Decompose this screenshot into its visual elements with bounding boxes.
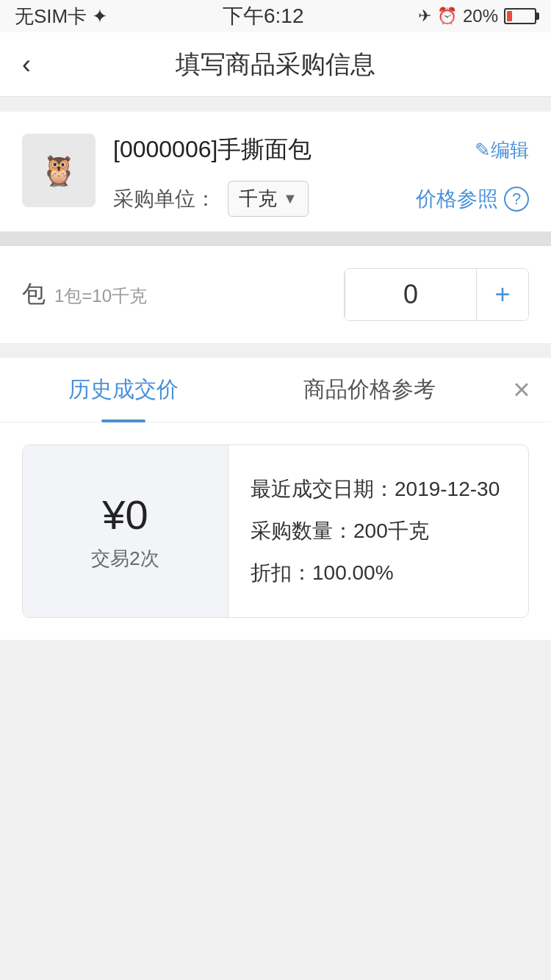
product-row: 🦉 [0000006]手撕面包 ✎编辑 采购单位： 千克 ▼ 价格参照 ? [22, 134, 529, 217]
quantity-display: 0 [345, 269, 477, 320]
dropdown-arrow-icon: ▼ [283, 190, 298, 207]
unit-info: 包 1包=10千克 [22, 278, 147, 311]
discount-row: 折扣：100.00% [251, 558, 506, 587]
status-left: 无SIM卡 ✦ [15, 4, 108, 29]
price-ref-help-icon: ? [504, 187, 529, 212]
carrier-text: 无SIM卡 ✦ [15, 4, 108, 29]
discount-value: 100.00% [312, 561, 394, 584]
battery-icon [504, 8, 536, 24]
card-price-section: ¥0 交易2次 [23, 445, 228, 617]
battery-percent: 20% [463, 6, 498, 26]
unit-value: 千克 [239, 186, 277, 212]
status-right: ✈ ⏰ 20% [418, 6, 536, 26]
status-time: 下午6:12 [223, 2, 304, 30]
price-value: 0 [126, 491, 148, 538]
unit-character: 包 [22, 278, 46, 311]
tab-history-price[interactable]: 历史成交价 [0, 358, 246, 422]
price-reference-button[interactable]: 价格参照 ? [416, 185, 529, 213]
product-name-row: [0000006]手撕面包 ✎编辑 [113, 134, 529, 166]
historical-price: ¥0 [102, 491, 148, 538]
product-thumbnail-icon: 🦉 [40, 154, 77, 188]
alarm-icon: ⏰ [437, 7, 457, 26]
latest-date-label: 最近成交日期： [251, 478, 395, 500]
product-section: 🦉 [0000006]手撕面包 ✎编辑 采购单位： 千克 ▼ 价格参照 ? [0, 112, 551, 231]
price-ref-label: 价格参照 [416, 185, 498, 213]
increment-button[interactable]: + [477, 269, 528, 320]
page-background [0, 640, 551, 980]
quantity-label: 采购数量： [251, 519, 353, 542]
product-details: [0000006]手撕面包 ✎编辑 采购单位： 千克 ▼ 价格参照 ? [113, 134, 529, 217]
page-title: 填写商品采购信息 [176, 48, 375, 82]
latest-date-value: 2019-12-30 [395, 478, 500, 500]
quantity-value: 200千克 [353, 519, 429, 542]
close-tab-button[interactable]: × [492, 373, 551, 406]
product-image: 🦉 [22, 134, 96, 207]
unit-label: 采购单位： [113, 185, 216, 213]
latest-date-row: 最近成交日期：2019-12-30 [251, 475, 506, 503]
history-card: ¥0 交易2次 最近成交日期：2019-12-30 采购数量：200千克 折扣：… [22, 444, 529, 618]
trade-count: 交易2次 [91, 546, 159, 572]
tabs-section: 历史成交价 商品价格参考 × ¥0 交易2次 最近成交日期：2019-12-30… [0, 358, 551, 640]
edit-button[interactable]: ✎编辑 [475, 137, 529, 163]
unit-selector: 采购单位： 千克 ▼ [113, 181, 309, 217]
product-name: [0000006]手撕面包 [113, 134, 311, 166]
location-icon: ✈ [418, 7, 431, 26]
card-section: ¥0 交易2次 最近成交日期：2019-12-30 采购数量：200千克 折扣：… [0, 422, 551, 640]
purchase-unit-row: 采购单位： 千克 ▼ 价格参照 ? [113, 181, 529, 217]
nav-bar: ‹ 填写商品采购信息 [0, 32, 551, 97]
tabs-header: 历史成交价 商品价格参考 × [0, 358, 551, 422]
unit-conversion-text: 1包=10千克 [54, 284, 147, 308]
back-button[interactable]: ‹ [15, 42, 38, 87]
section-divider [0, 231, 551, 246]
purchase-quantity-row: 采购数量：200千克 [251, 516, 506, 545]
tab-product-price-reference[interactable]: 商品价格参考 [246, 358, 492, 422]
status-bar: 无SIM卡 ✦ 下午6:12 ✈ ⏰ 20% [0, 0, 551, 32]
discount-label: 折扣： [251, 561, 312, 584]
unit-dropdown[interactable]: 千克 ▼ [228, 181, 309, 217]
card-details-section: 最近成交日期：2019-12-30 采购数量：200千克 折扣：100.00% [228, 445, 528, 617]
price-currency-symbol: ¥ [102, 491, 125, 538]
quantity-control: 0 + [344, 268, 529, 321]
quantity-section: 包 1包=10千克 0 + [0, 246, 551, 343]
